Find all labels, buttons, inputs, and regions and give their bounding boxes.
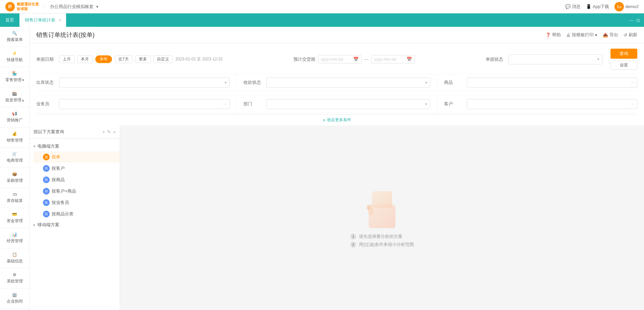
date-btn-more[interactable]: 更多 <box>135 55 151 63</box>
date-btn-7days[interactable]: 近7天 <box>115 55 132 63</box>
calendar-end-icon[interactable]: 📅 <box>407 57 412 62</box>
customer-dots-icon: ··· <box>631 102 634 106</box>
hint-item-2: 2 用[过滤]条件来缩小分析范围 <box>350 242 414 248</box>
tab-close-icon[interactable]: × <box>59 18 61 22</box>
scheme-item-by-customer-goods[interactable]: 按 按客户+商品 <box>34 186 120 197</box>
sidebar-item-basic[interactable]: 📋 基础信息 <box>0 248 29 268</box>
date-btn-custom[interactable]: 自定义 <box>153 55 173 63</box>
status-select-chevron: ▾ <box>597 57 599 61</box>
expected-date-start-input[interactable]: yyyy-mm-dd 📅 <box>318 55 362 63</box>
scheme-group-pc: ▾ 电脑端方案 按 按单 按 按客户 <box>30 141 120 220</box>
tab-bar-right: — ⊡ <box>629 18 644 23</box>
status-select[interactable]: ▾ <box>508 54 602 64</box>
sidebar-item-purchase[interactable]: 📦 采购管理 <box>0 168 29 188</box>
calendar-start-icon[interactable]: 📅 <box>353 57 359 62</box>
help-icon: ❓ <box>545 33 551 38</box>
app-title: 办公用品行业模拟账套 <box>50 4 94 10</box>
date-btn-thisyear[interactable]: 本年 <box>95 55 112 63</box>
date-btn-lastmonth[interactable]: 上月 <box>59 55 74 63</box>
scheme-item-by-salesperson[interactable]: 按 按业务员 <box>34 197 120 208</box>
department-select[interactable]: ▾ <box>266 99 430 109</box>
sidebar-item-sales[interactable]: 💰 销售管理 <box>0 127 29 148</box>
add-scheme-icon[interactable]: + <box>102 129 105 135</box>
ship-status-select[interactable]: ▾ <box>59 78 230 88</box>
sidebar-item-inventory[interactable]: 🗃 库存核算 <box>0 188 29 208</box>
logo-area: 好 畅捷通好生意 标准版 <box>5 2 39 11</box>
print-button[interactable]: 🖨 按模板打印 ▾ <box>566 32 597 38</box>
department-chevron: ▾ <box>425 102 427 106</box>
sidebar-item-finance[interactable]: 💳 资金管理 <box>0 208 29 228</box>
sidebar-item-ecommerce[interactable]: 🛒 电商管理 <box>0 148 29 168</box>
left-panel-wrapper: 按以下方案查询 + ✎ « ▾ 电脑端方案 <box>30 125 644 310</box>
collect-status-chevron: ▾ <box>425 81 427 85</box>
sidebar-item-quicknav[interactable]: ⚡ 快捷导航 <box>0 47 29 67</box>
group-mobile-arrow-icon: ▸ <box>34 223 36 227</box>
tab-home[interactable]: 首页 <box>0 13 19 27</box>
quicknav-icon: ⚡ <box>12 51 17 56</box>
goods-select[interactable]: ··· <box>467 78 637 88</box>
sidebar-item-operation[interactable]: 📊 经营管理 <box>0 228 29 248</box>
left-panel-icons: + ✎ « <box>102 129 116 135</box>
collapse-up-icon: ∧ <box>323 118 326 122</box>
window-minimize-icon[interactable]: — <box>629 18 634 23</box>
filter-area: 单据日期 上月 本月 本年 近7天 更多 自定义 2023-01-01 至 20… <box>30 43 644 125</box>
sidebar-item-wholesale[interactable]: 🏬 批发管理 ▴ <box>0 87 29 107</box>
scheme-icon-by-goods: 按 <box>43 176 50 183</box>
goods-label: 商品 <box>444 80 464 86</box>
scheme-tree: ▾ 电脑端方案 按 按单 按 按客户 <box>30 139 120 232</box>
refresh-button[interactable]: ↺ 刷新 <box>624 32 637 38</box>
scheme-group-pc-header[interactable]: ▾ 电脑端方案 <box>30 141 120 151</box>
sidebar-item-system[interactable]: ⚙ 系统管理 <box>0 268 29 289</box>
help-button[interactable]: ❓ 帮助 <box>545 32 561 38</box>
salesperson-select[interactable]: ··· <box>59 99 230 109</box>
scheme-item-by-category[interactable]: 按 按商品分类 <box>34 208 120 220</box>
refresh-icon: ↺ <box>624 33 627 38</box>
sidebar-item-search[interactable]: 🔍 搜索菜单 <box>0 27 29 47</box>
customer-select[interactable]: ··· <box>467 99 637 109</box>
collapse-panel-icon[interactable]: « <box>113 129 116 135</box>
collect-status-select[interactable]: ▾ <box>266 78 430 88</box>
query-button[interactable]: 查询 <box>610 49 637 59</box>
scheme-item-by-order[interactable]: 按 按单 <box>34 151 120 163</box>
enterprise-icon: 🏢 <box>12 293 17 297</box>
sidebar-item-newuser[interactable]: 👋 新手引导 <box>0 309 29 310</box>
expected-date-end-input[interactable]: yyyy-mm-dd 📅 <box>371 55 415 63</box>
window-maximize-icon[interactable]: ⊡ <box>636 18 640 23</box>
goods-dots-icon: ··· <box>631 80 634 85</box>
scheme-group-mobile: ▸ 移动端方案 <box>30 220 120 230</box>
date-filter-group: 上月 本月 本年 近7天 更多 自定义 <box>59 55 173 63</box>
hint-num-2: 2 <box>350 242 356 248</box>
tab-sales-order-stat[interactable]: 销售订单统计表 × <box>19 13 66 27</box>
sidebar-item-enterprise[interactable]: 🏢 企业协同 <box>0 289 29 309</box>
export-icon: 📤 <box>603 33 608 38</box>
export-button[interactable]: 📤 导出 <box>603 32 618 38</box>
app-download-button[interactable]: 📱 App下载 <box>586 4 609 10</box>
status-filter-label: 单据状态 <box>486 56 506 62</box>
page-title: 销售订单统计表(按单) <box>36 31 95 39</box>
page-header-actions: ❓ 帮助 🖨 按模板打印 ▾ 📤 导出 ↺ 刷新 <box>545 32 637 38</box>
edit-scheme-icon[interactable]: ✎ <box>107 129 111 135</box>
date-separator: — <box>364 57 369 62</box>
sidebar-item-marketing[interactable]: 📢 营销推广 <box>0 107 29 127</box>
sidebar-item-retail[interactable]: 🏪 零售管理 ▾ <box>0 67 29 87</box>
scheme-item-by-goods[interactable]: 按 按商品 <box>34 174 120 186</box>
top-bar-right: 💬 消息 📱 App下载 Ea demo2 <box>565 2 639 11</box>
salesperson-label: 业务员 <box>36 101 56 107</box>
settings-button[interactable]: 设置 <box>610 61 637 70</box>
collapse-button[interactable]: ∧ 收起更多条件 <box>36 114 637 125</box>
date-btn-thismonth[interactable]: 本月 <box>77 55 93 63</box>
print-icon: 🖨 <box>566 33 571 38</box>
scheme-icon-by-order: 按 <box>43 154 50 160</box>
sales-icon: 💰 <box>12 132 17 136</box>
print-dropdown-icon: ▾ <box>595 33 597 38</box>
app-title-dropdown[interactable]: ▾ <box>96 4 98 9</box>
scheme-group-mobile-header[interactable]: ▸ 移动端方案 <box>30 220 120 230</box>
message-button[interactable]: 💬 消息 <box>565 4 581 10</box>
collect-status-label: 收款状态 <box>244 80 264 86</box>
filter-col-goods: 商品 ··· <box>437 74 637 91</box>
scheme-item-by-customer[interactable]: 按 按客户 <box>34 163 120 174</box>
user-menu[interactable]: Ea demo2 <box>614 2 639 11</box>
filter-col-department: 部门 ▾ <box>236 96 437 113</box>
wholesale-arrow-icon: ▴ <box>22 98 24 102</box>
search-icon: 🔍 <box>12 31 17 36</box>
